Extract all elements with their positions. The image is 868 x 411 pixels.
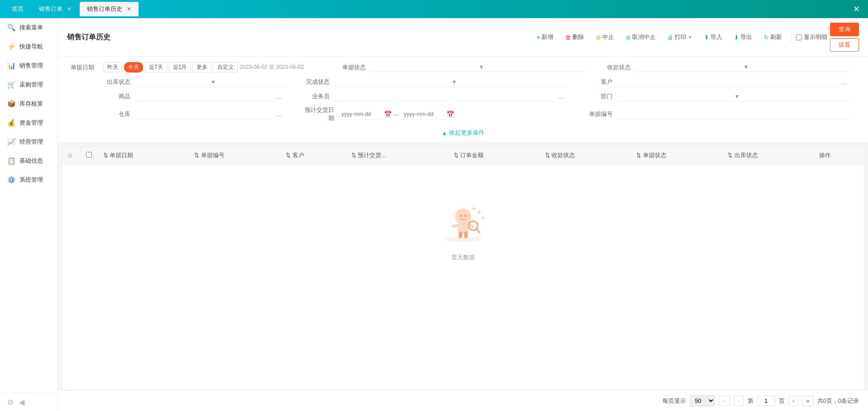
nav-next-button[interactable]: › — [788, 396, 798, 406]
product-input[interactable] — [135, 92, 273, 102]
date-btn-7days[interactable]: 近7天 — [145, 62, 167, 73]
col-doc-date[interactable]: ⇅ 单据日期 — [97, 147, 189, 164]
payment-status-select[interactable]: ▼ — [635, 63, 850, 72]
page-suffix: 页 — [779, 397, 785, 405]
print-button[interactable]: 🖨 打印 ▼ — [663, 31, 697, 44]
delete-button[interactable]: 🗑 删除 — [561, 31, 589, 44]
date-btn-yesterday[interactable]: 昨天 — [103, 62, 122, 73]
nav-last-button[interactable]: » — [802, 396, 813, 406]
nav-first-button[interactable]: « — [719, 396, 730, 406]
doc-status-label: 单据状态 — [339, 63, 370, 72]
export-icon: ⬇ — [734, 34, 739, 41]
sidebar-item-quick-nav[interactable]: ⚡ 快捷导航 — [0, 37, 58, 56]
delivery-date-from[interactable] — [339, 109, 384, 120]
print-arrow-icon: ▼ — [688, 35, 692, 40]
cal-from-icon[interactable]: 📅 — [384, 111, 392, 118]
cancel-stop-icon: ⊘ — [626, 34, 631, 41]
sidebar-item-search-label: 搜索菜单 — [19, 24, 43, 32]
warehouse-label: 仓库 — [103, 110, 135, 118]
refresh-button[interactable]: ↻ 刷新 — [759, 31, 786, 44]
customer-input[interactable] — [617, 77, 839, 87]
sidebar-collapse-icon[interactable]: ◀ — [19, 398, 24, 406]
date-btn-today[interactable]: 今天 — [124, 62, 143, 73]
table-settings-icon[interactable]: ⚙ — [67, 152, 73, 159]
export-button[interactable]: ⬇ 导出 — [729, 31, 757, 44]
collapse-row[interactable]: ▲ 收起更多条件 — [67, 127, 859, 137]
order-no-input[interactable] — [617, 109, 850, 119]
salesman-ellipsis[interactable]: … — [556, 92, 567, 101]
sidebar-item-system[interactable]: ⚙️ 系统管理 — [0, 170, 58, 189]
cancel-stop-label: 取消中止 — [632, 33, 656, 41]
select-all-checkbox[interactable] — [86, 152, 92, 158]
delete-label: 删除 — [572, 33, 584, 41]
top-bar: 首页 销售订单 ✕ 销售订单历史 ✕ ✕ — [0, 0, 868, 18]
col-doc-status-label: ⇅ 单据状态 — [636, 151, 667, 160]
nav-prev-button[interactable]: ‹ — [734, 396, 744, 406]
sidebar-item-basic-label: 基础信息 — [19, 157, 43, 165]
warehouse-ellipsis[interactable]: … — [273, 110, 284, 118]
date-btn-custom[interactable]: 自定义 — [213, 62, 238, 73]
tab-sales-history-close[interactable]: ✕ — [127, 6, 131, 12]
sidebar-bottom: ⚙ ◀ — [0, 393, 58, 411]
cancel-stop-button[interactable]: ⊘ 取消中止 — [621, 31, 660, 44]
col-action: 操作 — [814, 147, 864, 164]
new-icon: + — [537, 34, 541, 41]
display-cols-checkbox[interactable]: 显示明细 — [796, 33, 827, 41]
sidebar-item-operations[interactable]: 📈 经营管理 — [0, 132, 58, 151]
complete-select[interactable]: ▼ — [334, 77, 567, 87]
main-layout: 🔍 搜索菜单 ⚡ 快捷导航 📊 销售管理 🛒 采购管理 📦 库存核算 💰 资金管… — [0, 18, 868, 411]
per-page-select[interactable]: 50 10 20 100 — [690, 395, 715, 406]
cal-to-icon[interactable]: 📅 — [446, 111, 454, 118]
sidebar-item-sales-mgmt[interactable]: 📊 销售管理 — [0, 56, 58, 75]
sidebar-gear-icon[interactable]: ⚙ — [7, 398, 14, 406]
salesman-input[interactable] — [334, 92, 556, 102]
date-dash: — — [392, 111, 401, 118]
col-delivery[interactable]: ⇅ 预计交货... — [345, 147, 448, 164]
import-button[interactable]: ⬆ 导入 — [700, 31, 727, 44]
product-ellipsis[interactable]: … — [273, 92, 284, 101]
sidebar-item-search-menu[interactable]: 🔍 搜索菜单 — [0, 18, 58, 37]
sidebar-item-purchase-mgmt[interactable]: 🛒 采购管理 — [0, 75, 58, 94]
refresh-label: 刷新 — [770, 33, 782, 41]
filter-area: 单据日期 昨天 今天 近7天 近1月 更多 自定义 2023-06-02 至 2… — [58, 57, 868, 143]
col-outbound-status[interactable]: ⇅ 出库状态 — [722, 147, 814, 164]
display-cols-input[interactable] — [796, 34, 802, 40]
query-button[interactable]: 查询 — [830, 23, 859, 36]
settings-button[interactable]: 设置 — [830, 38, 859, 52]
new-button[interactable]: + 新增 — [532, 31, 558, 44]
customer-ellipsis[interactable]: … — [839, 78, 850, 86]
doc-status-select[interactable]: ▼ — [370, 63, 585, 72]
col-amount[interactable]: ⇅ 订单金额 — [448, 147, 539, 164]
inventory-icon: 📦 — [7, 100, 16, 108]
sidebar-item-quick-nav-label: 快捷导航 — [19, 43, 43, 51]
date-btn-more[interactable]: 更多 — [192, 62, 211, 73]
tab-sales-order-close[interactable]: ✕ — [67, 6, 72, 12]
svg-line-8 — [476, 229, 480, 232]
print-icon: 🖨 — [667, 34, 673, 41]
dept-select[interactable]: ▼ — [617, 92, 850, 102]
date-btn-1month[interactable]: 近1月 — [169, 62, 191, 73]
complete-chevron: ▼ — [451, 79, 567, 85]
page-input[interactable] — [757, 396, 775, 406]
col-doc-no[interactable]: ⇅ 单据编号 — [189, 147, 280, 164]
customer-label: 客户 — [585, 78, 617, 86]
stop-button[interactable]: ⊘ 中止 — [591, 31, 619, 44]
window-close-button[interactable]: ✕ — [849, 4, 863, 14]
outbound-select[interactable]: ▼ — [135, 77, 284, 87]
warehouse-input[interactable] — [135, 109, 273, 119]
col-doc-status[interactable]: ⇅ 单据状态 — [631, 147, 722, 164]
col-payment-status-label: ⇅ 收款状态 — [545, 151, 575, 160]
sidebar-item-basic-info[interactable]: 📋 基础信息 — [0, 151, 58, 170]
tab-sales-order[interactable]: 销售订单 ✕ — [32, 2, 79, 16]
col-action-label: 操作 — [819, 152, 831, 159]
sidebar-item-inventory[interactable]: 📦 库存核算 — [0, 94, 58, 113]
col-payment-status[interactable]: ⇅ 收款状态 — [539, 147, 631, 164]
tab-home[interactable]: 首页 — [5, 2, 31, 16]
salesman-label: 业务员 — [302, 92, 334, 101]
delivery-date-to[interactable] — [401, 109, 446, 120]
sidebar-item-finance[interactable]: 💰 资金管理 — [0, 113, 58, 132]
tab-sales-history[interactable]: 销售订单历史 ✕ — [80, 2, 139, 16]
col-customer[interactable]: ⇅ 客户 — [280, 147, 346, 164]
outbound-label: 出库状态 — [103, 78, 135, 86]
sidebar-item-system-label: 系统管理 — [19, 176, 43, 184]
